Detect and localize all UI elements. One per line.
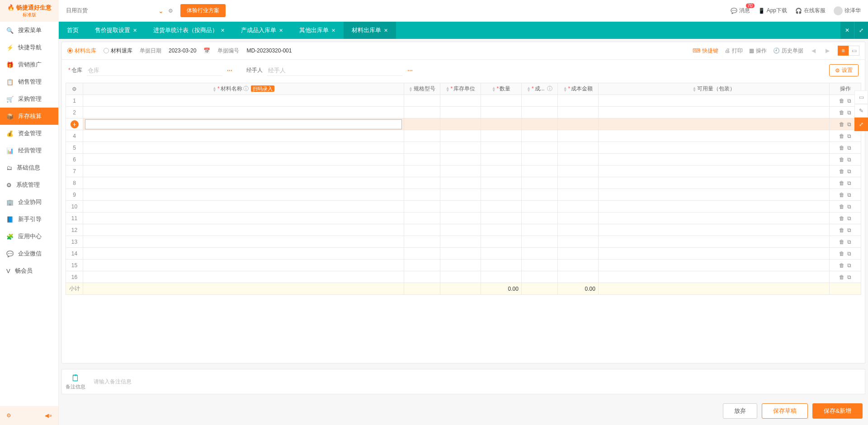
radio-material-out[interactable]: 材料出库: [67, 47, 96, 55]
delete-icon[interactable]: 🗑: [839, 156, 844, 163]
col-qty[interactable]: ▲▼*数量: [481, 83, 521, 95]
spec-cell[interactable]: [404, 201, 440, 212]
amount-cell[interactable]: [557, 224, 598, 236]
unit-cell[interactable]: [440, 201, 481, 212]
avail-cell[interactable]: [598, 118, 829, 130]
add-row-button[interactable]: +: [71, 120, 79, 128]
amount-cell[interactable]: [557, 212, 598, 224]
unit-cell[interactable]: [440, 248, 481, 260]
handler-input[interactable]: [267, 65, 403, 76]
cost-cell[interactable]: [521, 271, 557, 283]
delete-icon[interactable]: 🗑: [839, 192, 844, 198]
sidebar-item-5[interactable]: 📦库存核算: [0, 108, 58, 125]
table-row[interactable]: 9🗑⧉: [66, 189, 861, 201]
material-cell[interactable]: [83, 165, 404, 177]
table-row[interactable]: 14🗑⧉: [66, 248, 861, 260]
spec-cell[interactable]: [404, 189, 440, 201]
table-row[interactable]: 6🗑⧉: [66, 154, 861, 165]
qty-cell[interactable]: [481, 248, 521, 260]
avail-cell[interactable]: [598, 212, 829, 224]
spec-cell[interactable]: [404, 107, 440, 118]
float-btn-1[interactable]: ▭: [854, 90, 868, 104]
gear-icon[interactable]: ⚙: [168, 8, 173, 14]
spec-cell[interactable]: [404, 271, 440, 283]
radio-material-return[interactable]: 材料退库: [104, 47, 132, 55]
save-draft-button[interactable]: 保存草稿: [762, 403, 808, 419]
copy-icon[interactable]: ⧉: [847, 250, 851, 257]
material-cell[interactable]: [83, 107, 404, 118]
cost-cell[interactable]: [521, 260, 557, 271]
qty-cell[interactable]: [481, 95, 521, 107]
avail-cell[interactable]: [598, 165, 829, 177]
history-button[interactable]: 🕘历史单据: [773, 47, 803, 55]
qty-cell[interactable]: [481, 236, 521, 248]
amount-cell[interactable]: [557, 260, 598, 271]
tab-4[interactable]: 其他出库单✕: [291, 22, 344, 39]
material-cell[interactable]: [83, 201, 404, 212]
help-icon[interactable]: ⓘ: [547, 85, 552, 92]
tab-3[interactable]: 产成品入库单✕: [233, 22, 291, 39]
material-input[interactable]: [85, 119, 402, 129]
sidebar-item-14[interactable]: V畅会员: [0, 262, 58, 279]
user-menu[interactable]: 徐泽华: [834, 6, 861, 15]
material-cell[interactable]: [83, 95, 404, 107]
avail-cell[interactable]: [598, 189, 829, 201]
amount-cell[interactable]: [557, 95, 598, 107]
amount-cell[interactable]: [557, 154, 598, 165]
unit-cell[interactable]: [440, 142, 481, 154]
discard-button[interactable]: 放弃: [723, 403, 757, 419]
avail-cell[interactable]: [598, 177, 829, 189]
avail-cell[interactable]: [598, 107, 829, 118]
copy-icon[interactable]: ⧉: [847, 262, 851, 269]
spec-cell[interactable]: [404, 260, 440, 271]
delete-icon[interactable]: 🗑: [839, 98, 844, 104]
avail-cell[interactable]: [598, 224, 829, 236]
col-amount[interactable]: ▲▼*成本金额: [557, 83, 598, 95]
table-row[interactable]: 15🗑⧉: [66, 260, 861, 271]
amount-cell[interactable]: [557, 107, 598, 118]
qty-cell[interactable]: [481, 212, 521, 224]
help-icon[interactable]: ⓘ: [243, 85, 249, 92]
col-avail[interactable]: ▲▼可用量（包装）: [598, 83, 829, 95]
date-value[interactable]: 2023-03-20: [169, 47, 196, 54]
cost-cell[interactable]: [521, 154, 557, 165]
amount-cell[interactable]: [557, 271, 598, 283]
spec-cell[interactable]: [404, 130, 440, 142]
material-cell[interactable]: [83, 142, 404, 154]
print-button[interactable]: 🖨打印: [725, 47, 743, 55]
sidebar-item-3[interactable]: 📋销售管理: [0, 73, 58, 90]
qty-cell[interactable]: [481, 189, 521, 201]
sidebar-item-0[interactable]: 🔍搜索菜单: [0, 22, 58, 39]
copy-icon[interactable]: ⧉: [847, 180, 851, 186]
delete-icon[interactable]: 🗑: [839, 133, 844, 139]
tab-2[interactable]: 进货单统计表（按商品）✕: [145, 22, 233, 39]
cost-cell[interactable]: [521, 236, 557, 248]
handler-picker-icon[interactable]: ⋯: [407, 67, 413, 74]
cost-cell[interactable]: [521, 201, 557, 212]
table-row[interactable]: +🗑⧉: [66, 118, 861, 130]
tab-5[interactable]: 材料出库单✕: [344, 22, 396, 39]
cost-cell[interactable]: [521, 165, 557, 177]
cost-cell[interactable]: [521, 248, 557, 260]
unit-cell[interactable]: [440, 165, 481, 177]
collapse-icon[interactable]: ◀»: [45, 412, 52, 419]
table-row[interactable]: 11🗑⧉: [66, 212, 861, 224]
qty-cell[interactable]: [481, 107, 521, 118]
copy-icon[interactable]: ⧉: [847, 274, 851, 280]
qty-cell[interactable]: [481, 165, 521, 177]
cost-cell[interactable]: [521, 118, 557, 130]
close-icon[interactable]: ✕: [384, 28, 388, 33]
close-icon[interactable]: ✕: [331, 28, 335, 33]
delete-icon[interactable]: 🗑: [839, 121, 844, 128]
delete-icon[interactable]: 🗑: [839, 239, 844, 245]
table-row[interactable]: 8🗑⧉: [66, 177, 861, 189]
table-row[interactable]: 12🗑⧉: [66, 224, 861, 236]
col-unit[interactable]: ▲▼*库存单位: [440, 83, 481, 95]
qty-cell[interactable]: [481, 271, 521, 283]
tab-close-button[interactable]: ✕: [840, 22, 854, 39]
avail-cell[interactable]: [598, 95, 829, 107]
sidebar-item-1[interactable]: ⚡快捷导航: [0, 39, 58, 56]
copy-icon[interactable]: ⧉: [847, 227, 851, 233]
material-cell[interactable]: [83, 177, 404, 189]
delete-icon[interactable]: 🗑: [839, 180, 844, 186]
